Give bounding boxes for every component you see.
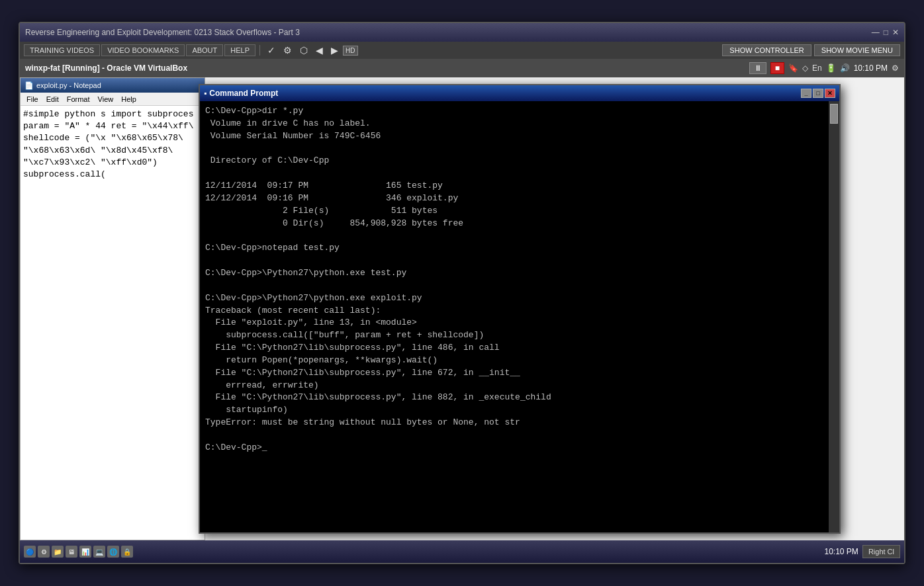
vm-settings-icon[interactable]: ⚙ (892, 63, 899, 73)
notepad-format-menu[interactable]: Format (64, 95, 93, 104)
cmd-window: ▪ Command Prompt _ □ ✕ C:\Dev-Cpp>dir *.… (199, 84, 841, 534)
hd-icon[interactable]: HD (343, 46, 357, 56)
cmd-scrollbar[interactable] (829, 101, 839, 532)
vm-pause-button[interactable]: ⏸ (749, 62, 766, 74)
taskbar-icon-6[interactable]: 💻 (93, 546, 105, 558)
taskbar-left: 🔵 ⚙ 📁 🖥 📊 💻 🌐 🔒 (24, 546, 133, 558)
notepad-view-menu[interactable]: View (95, 95, 117, 104)
window-title: Reverse Engineering and Exploit Developm… (25, 28, 300, 37)
cmd-icon: ▪ (204, 89, 207, 98)
menu-training-videos[interactable]: TRAINING VIDEOS (24, 44, 100, 56)
taskbar-icon-2[interactable]: ⚙ (38, 546, 50, 558)
scrollbar-thumb[interactable] (830, 104, 838, 124)
taskbar-right: 10:10 PM Right Cl (825, 545, 901, 558)
notepad-title-text: exploit.py - Notepad (36, 81, 101, 89)
vm-battery-icon: 🔋 (826, 63, 836, 73)
checkmark-icon[interactable]: ✓ (264, 44, 279, 57)
taskbar-icon-7[interactable]: 🌐 (107, 546, 119, 558)
notepad-menu: File Edit Format View Help (21, 93, 205, 106)
menu-divider-1 (259, 45, 260, 56)
menu-right: SHOW CONTROLLER SHOW MOVIE MENU (722, 44, 900, 56)
menu-about[interactable]: ABOUT (186, 44, 223, 56)
taskbar-icon-4[interactable]: 🖥 (66, 546, 77, 558)
notepad-edit-menu[interactable]: Edit (43, 95, 62, 104)
vm-sound-icon: 🔊 (840, 63, 850, 73)
close-button[interactable]: ✕ (892, 28, 899, 37)
cmd-close-button[interactable]: ✕ (825, 89, 835, 98)
expand-icon[interactable]: ⬡ (297, 44, 311, 57)
vm-clock: 10:10 PM (854, 63, 888, 73)
vm-stop-button[interactable]: ■ (770, 62, 784, 74)
vm-icon-1: 🔖 (788, 63, 798, 73)
cmd-title-text: Command Prompt (209, 89, 278, 98)
notepad-icon: 📄 (24, 81, 34, 90)
taskbar-icon-8[interactable]: 🔒 (121, 546, 133, 558)
notepad-content[interactable]: #simple python s import subproces param … (21, 106, 205, 540)
play-icon[interactable]: ▶ (328, 44, 342, 57)
taskbar: 🔵 ⚙ 📁 🖥 📊 💻 🌐 🔒 10:10 PM Right Cl (20, 540, 904, 563)
notepad-title-bar: 📄 exploit.py - Notepad (21, 78, 205, 93)
gear-icon[interactable]: ⚙ (280, 44, 295, 57)
right-click-button[interactable]: Right Cl (862, 545, 900, 558)
menu-help[interactable]: HELP (224, 44, 255, 56)
outer-window: Reverse Engineering and Exploit Developm… (19, 22, 905, 564)
taskbar-icon-5[interactable]: 📊 (79, 546, 91, 558)
notepad-file-menu[interactable]: File (23, 95, 42, 104)
content-area: 📄 exploit.py - Notepad File Edit Format … (20, 77, 904, 540)
menu-video-bookmarks[interactable]: VIDEO BOOKMARKS (101, 44, 185, 56)
prev-icon[interactable]: ◀ (312, 44, 326, 57)
cmd-title-bar: ▪ Command Prompt _ □ ✕ (200, 85, 839, 101)
vm-title: winxp-fat [Running] - Oracle VM VirtualB… (25, 63, 187, 73)
vm-bar: winxp-fat [Running] - Oracle VM VirtualB… (20, 59, 904, 77)
cmd-title-left: ▪ Command Prompt (204, 89, 278, 98)
taskbar-icon-3[interactable]: 📁 (52, 546, 64, 558)
cmd-maximize-button[interactable]: □ (813, 89, 823, 98)
vm-lang: En (812, 63, 822, 73)
notepad-help-menu[interactable]: Help (118, 95, 140, 104)
show-movie-menu-button[interactable]: SHOW MOVIE MENU (814, 44, 900, 56)
cmd-minimize-button[interactable]: _ (801, 89, 811, 98)
cmd-title-controls: _ □ ✕ (801, 89, 835, 98)
title-bar-controls: — □ ✕ (872, 28, 899, 37)
notepad-window: 📄 exploit.py - Notepad File Edit Format … (20, 77, 205, 540)
show-controller-button[interactable]: SHOW CONTROLLER (722, 44, 811, 56)
vm-bar-right: ⏸ ■ 🔖 ◇ En 🔋 🔊 10:10 PM ⚙ (749, 62, 899, 74)
taskbar-clock: 10:10 PM (825, 547, 858, 556)
minimize-button[interactable]: — (872, 28, 880, 37)
title-bar: Reverse Engineering and Exploit Developm… (20, 23, 904, 42)
vm-icon-2: ◇ (802, 63, 808, 73)
menu-bar: TRAINING VIDEOS VIDEO BOOKMARKS ABOUT HE… (20, 42, 904, 59)
cmd-content[interactable]: C:\Dev-Cpp>dir *.py Volume in drive C ha… (200, 101, 839, 532)
taskbar-icon-1[interactable]: 🔵 (24, 546, 36, 558)
taskbar-icons: 🔵 ⚙ 📁 🖥 📊 💻 🌐 🔒 (24, 546, 133, 558)
maximize-button[interactable]: □ (884, 28, 888, 37)
